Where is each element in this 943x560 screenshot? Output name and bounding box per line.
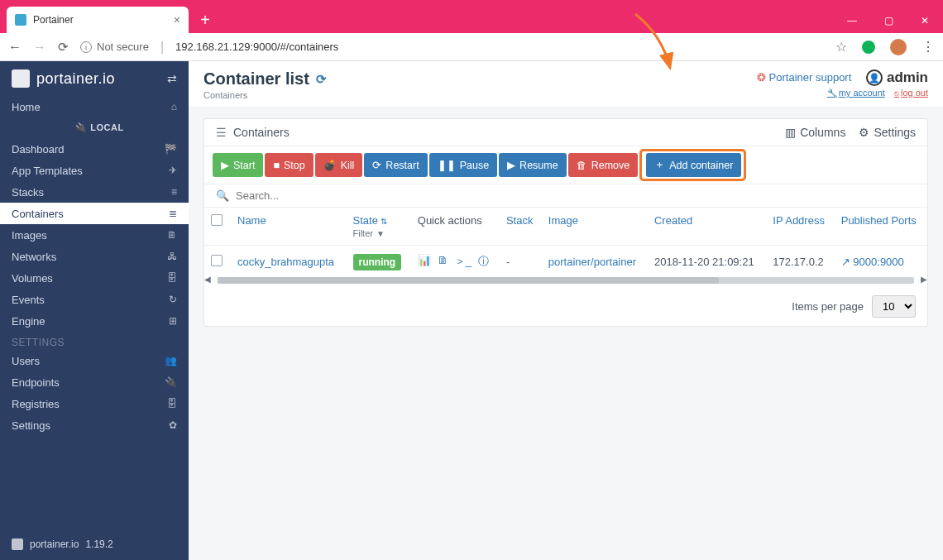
maximize-button[interactable]: ▢ [870, 8, 907, 33]
sidebar-item-home[interactable]: Home ⌂ [0, 96, 189, 117]
row-checkbox[interactable] [211, 255, 223, 266]
user-display: 👤 admin [866, 69, 928, 86]
endpoints-icon: 🔌 [165, 376, 177, 388]
favicon [15, 14, 26, 26]
play-icon: ▶ [507, 159, 515, 171]
sidebar-item-app-templates[interactable]: App Templates ✈ [0, 160, 189, 181]
sidebar-item-endpoints[interactable]: Endpoints 🔌 [0, 371, 189, 393]
panel-settings-button[interactable]: ⚙Settings [859, 126, 916, 139]
sidebar-item-volumes[interactable]: Volumes 🗄 [0, 267, 189, 289]
my-account-link[interactable]: 🔧my account [827, 88, 885, 98]
support-link[interactable]: ❂ Portainer support [757, 71, 852, 84]
kill-button[interactable]: 💣Kill [315, 153, 363, 177]
home-icon: ⌂ [171, 101, 177, 112]
sidebar-footer: portainer.io 1.19.2 [0, 529, 189, 560]
columns-button[interactable]: ▥Columns [785, 126, 845, 139]
stats-icon[interactable]: 📊 [418, 254, 431, 269]
scroll-thumb[interactable] [218, 277, 719, 284]
refresh-icon[interactable]: ⟳ [316, 72, 327, 87]
templates-icon: ✈ [169, 165, 177, 176]
restart-icon: ⟳ [372, 159, 381, 171]
browser-tab[interactable]: Portainer × [7, 7, 189, 33]
gear-icon: ⚙ [859, 126, 869, 139]
containers-icon: ≣ [169, 208, 177, 219]
add-container-button[interactable]: ＋Add container [646, 153, 741, 177]
volumes-icon: 🗄 [167, 272, 177, 284]
cell-ip: 172.17.0.2 [766, 246, 834, 278]
start-button[interactable]: ▶Start [213, 153, 263, 177]
back-button[interactable]: ← [8, 40, 22, 55]
restart-button[interactable]: ⟳Restart [364, 153, 427, 177]
sidebar: portainer.io ⇄ Home ⌂ 🔌 LOCAL Dashboard … [0, 61, 189, 560]
sidebar-section-settings: SETTINGS [0, 332, 189, 350]
ports-link[interactable]: ↗ 9000:9000 [841, 256, 904, 268]
logs-icon[interactable]: 🗎 [438, 254, 448, 269]
new-tab-button[interactable]: + [194, 8, 217, 31]
security-indicator[interactable]: i Not secure [80, 41, 149, 53]
scroll-right-icon[interactable]: ▶ [921, 275, 927, 284]
items-per-page-select[interactable]: 10 [872, 295, 916, 318]
address-bar: ← → ⟳ i Not secure | 192.168.21.129:9000… [0, 33, 943, 61]
containers-table: Name State⇅ Filter▼ Quick actions Stack … [204, 208, 927, 277]
browser-menu-icon[interactable]: ⋮ [921, 39, 935, 55]
sidebar-item-registries[interactable]: Registries 🗄 [0, 393, 189, 414]
col-image[interactable]: Image [542, 208, 648, 246]
trash-icon: 🗑 [577, 160, 587, 171]
plus-icon: ＋ [654, 158, 665, 172]
main-content: Container list ⟳ Containers ❂ Portainer … [189, 61, 943, 560]
horizontal-scrollbar[interactable] [218, 277, 914, 284]
columns-icon: ▥ [785, 126, 796, 139]
minimize-button[interactable]: — [834, 8, 870, 33]
sidebar-item-settings[interactable]: Settings ✿ [0, 414, 189, 436]
brand-logo-icon [12, 69, 30, 88]
console-icon[interactable]: ＞_ [455, 254, 472, 269]
pause-icon: ❚❚ [438, 159, 456, 171]
search-row: 🔍 [204, 184, 927, 208]
close-icon[interactable]: × [174, 13, 180, 26]
brand[interactable]: portainer.io ⇄ [0, 61, 189, 96]
close-window-button[interactable]: ✕ [907, 8, 943, 33]
scroll-left-icon[interactable]: ◀ [204, 275, 211, 284]
container-name-link[interactable]: cocky_brahmagupta [237, 256, 334, 268]
sidebar-item-images[interactable]: Images 🗎 [0, 224, 189, 246]
wrench-icon: 🔧 [827, 89, 837, 98]
bookmark-icon[interactable]: ☆ [835, 39, 847, 55]
containers-panel: ☰ Containers ▥Columns ⚙Settings ▶Start ■… [203, 118, 928, 327]
forward-button[interactable]: → [33, 40, 46, 55]
sidebar-item-networks[interactable]: Networks 🖧 [0, 246, 189, 267]
sidebar-item-events[interactable]: Events ↻ [0, 289, 189, 310]
sidebar-item-stacks[interactable]: Stacks ≡ [0, 181, 189, 203]
dashboard-icon: 🏁 [165, 143, 177, 155]
cell-created: 2018-11-20 21:09:21 [648, 246, 766, 278]
col-name[interactable]: Name [231, 208, 347, 246]
page-title: Container list ⟳ [203, 69, 327, 89]
col-state[interactable]: State⇅ Filter▼ [347, 208, 411, 246]
col-created[interactable]: Created [648, 208, 766, 246]
image-link[interactable]: portainer/portainer [548, 256, 636, 268]
profile-avatar[interactable] [890, 39, 907, 55]
col-ports[interactable]: Published Ports [835, 208, 927, 246]
col-stack[interactable]: Stack [500, 208, 542, 246]
remove-button[interactable]: 🗑Remove [568, 153, 639, 177]
sidebar-item-dashboard[interactable]: Dashboard 🏁 [0, 138, 189, 160]
col-ip[interactable]: IP Address [766, 208, 834, 246]
resume-button[interactable]: ▶Resume [499, 153, 567, 177]
reload-button[interactable]: ⟳ [58, 40, 69, 55]
sidebar-toggle-icon[interactable]: ⇄ [167, 72, 177, 85]
extension-icon[interactable] [862, 41, 875, 54]
sidebar-item-users[interactable]: Users 👥 [0, 350, 189, 371]
pause-button[interactable]: ❚❚Pause [429, 153, 497, 177]
log-out-link[interactable]: ⎋log out [894, 88, 928, 98]
sidebar-item-engine[interactable]: Engine ⊞ [0, 310, 189, 332]
brand-text: portainer.io [36, 70, 115, 88]
stop-button[interactable]: ■Stop [265, 153, 313, 177]
sidebar-item-containers[interactable]: Containers ≣ [0, 203, 189, 224]
filter-icon[interactable]: ▼ [376, 229, 385, 238]
inspect-icon[interactable]: ⓘ [478, 254, 489, 269]
search-input[interactable] [236, 189, 916, 202]
col-quick: Quick actions [411, 208, 500, 246]
select-all-checkbox[interactable] [211, 214, 223, 226]
url-text[interactable]: 192.168.21.129:9000/#/containers [175, 41, 338, 53]
window-controls: — ▢ ✕ [834, 8, 943, 33]
users-icon: 👥 [165, 355, 177, 366]
